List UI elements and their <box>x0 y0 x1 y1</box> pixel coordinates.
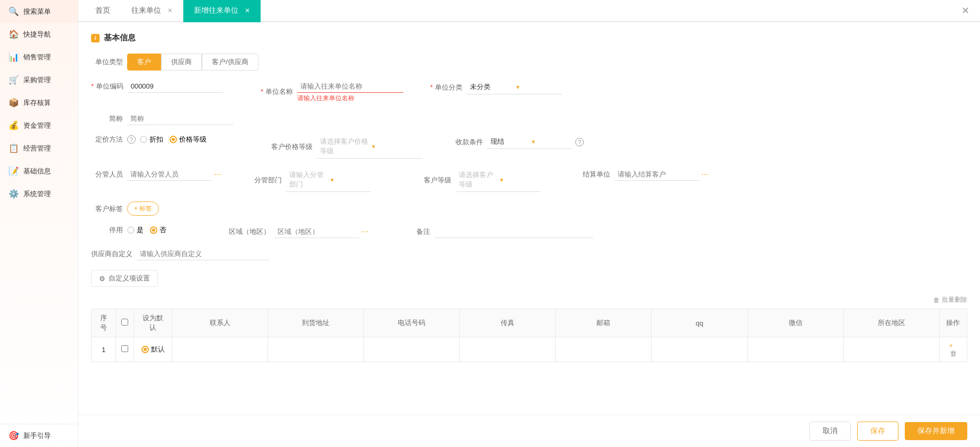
disabled-yes-option[interactable]: 是 <box>127 225 144 235</box>
payment-terms-field: 收款条件 现结 ▼ ? <box>451 135 600 149</box>
save-new-button[interactable]: 保存并新增 <box>905 422 967 440</box>
col-default: 设为默认 <box>134 309 172 337</box>
settlement-unit-input[interactable] <box>614 168 699 181</box>
custom-settings-button[interactable]: ⚙ 自定义项设置 <box>91 270 158 287</box>
section-info-icon: i <box>91 34 100 42</box>
disabled-no-option[interactable]: 否 <box>150 225 166 235</box>
sidebar-item-inventory[interactable]: 📦 库存核算 <box>0 91 78 114</box>
manager-more-button[interactable]: ··· <box>212 170 223 179</box>
row-default-radio-item[interactable]: 默认 <box>139 345 166 354</box>
custom-settings-wrapper: ⚙ 自定义项设置 <box>91 270 967 287</box>
home-icon: 🏠 <box>8 29 19 39</box>
pricing-method-label: 定价方法 <box>91 135 123 144</box>
unit-type-supplier-button[interactable]: 供应商 <box>161 54 202 71</box>
close-contacts-tab-icon[interactable]: ✕ <box>167 7 173 14</box>
row-checkbox[interactable] <box>121 345 128 352</box>
sidebar-item-system[interactable]: ⚙️ 系统管理 <box>0 182 78 205</box>
unit-category-select[interactable]: 未分类 ▼ <box>467 80 562 94</box>
row-contact-input[interactable] <box>177 346 262 354</box>
close-new-contact-tab-icon[interactable]: ✕ <box>245 7 250 14</box>
tab-contacts[interactable]: 往来单位 ✕ <box>121 0 183 22</box>
col-area: 所在地区 <box>843 309 939 337</box>
region-more-button[interactable]: ··· <box>359 227 370 236</box>
row-email-input[interactable] <box>561 346 646 354</box>
remarks-input[interactable] <box>434 225 593 238</box>
region-input[interactable] <box>274 225 359 238</box>
table-toolbar: 🗑 批量删除 <box>91 295 967 304</box>
form-content: i 基本信息 单位类型 客户 供应商 客户/供应商 单位编码 单位名称 <box>78 22 980 415</box>
unit-name-input[interactable] <box>297 80 403 93</box>
short-name-row: 简称 <box>91 112 967 125</box>
payment-terms-select[interactable]: 现结 ▼ <box>487 135 572 149</box>
row-phone-input[interactable] <box>369 346 454 354</box>
sidebar-item-operations[interactable]: 📋 经营管理 <box>0 137 78 160</box>
unit-type-customer-button[interactable]: 客户 <box>127 54 161 71</box>
row-area[interactable] <box>843 337 939 362</box>
sidebar-item-basic[interactable]: 📝 基础信息 <box>0 160 78 182</box>
customer-level-select[interactable]: 请选择客户等级 ▼ <box>456 168 540 192</box>
select-all-checkbox[interactable] <box>121 319 128 326</box>
row-qq-input[interactable] <box>657 346 742 354</box>
pricing-discount-option[interactable]: 折扣 <box>140 135 163 144</box>
row-area-input[interactable] <box>849 346 934 354</box>
pricing-discount-radio <box>140 136 147 143</box>
payment-terms-help-icon[interactable]: ? <box>575 138 584 146</box>
row-default-radio <box>141 346 149 353</box>
row-add-button[interactable]: + <box>949 341 954 349</box>
row-fax-input[interactable] <box>465 346 550 354</box>
manager-row: 分管人员 ··· 分管部门 请输入分管部门 ▼ 客户等级 请选择客户等级 ▼ 结… <box>91 168 967 192</box>
disabled-region-row: 停用 是 否 区域（地区） ··· 备注 <box>91 225 967 238</box>
row-delete-button[interactable]: 🗑 <box>950 349 957 357</box>
sidebar-item-finance[interactable]: 💰 资金管理 <box>0 114 78 137</box>
supplier-custom-input[interactable] <box>137 248 269 260</box>
region-field: 区域（地区） ··· <box>229 225 377 238</box>
unit-code-input[interactable] <box>128 80 223 93</box>
short-name-label: 简称 <box>91 114 123 124</box>
row-wechat-input[interactable] <box>753 346 838 354</box>
short-name-input[interactable] <box>127 112 233 125</box>
pricing-level-option[interactable]: 价格等级 <box>170 135 207 144</box>
gear-icon: ⚙ <box>99 275 105 283</box>
row-fax[interactable] <box>460 337 556 362</box>
contacts-table-section: 🗑 批量删除 序号 设为默认 联系人 到货地址 电话号码 传真 邮箱 qq <box>91 295 967 362</box>
row-contact[interactable] <box>172 337 268 362</box>
table-header: 序号 设为默认 联系人 到货地址 电话号码 传真 邮箱 qq 微信 所在地区 操… <box>92 309 967 337</box>
tab-home[interactable]: 首页 <box>85 0 121 22</box>
contacts-table: 序号 设为默认 联系人 到货地址 电话号码 传真 邮箱 qq 微信 所在地区 操… <box>91 309 967 362</box>
remarks-label: 备注 <box>398 227 430 236</box>
sidebar-item-search[interactable]: 🔍 搜索菜单 <box>0 0 78 23</box>
tab-new-contact[interactable]: 新增往来单位 ✕ <box>183 0 261 22</box>
close-all-tabs-button[interactable]: ✕ <box>957 5 974 16</box>
sidebar-item-sales[interactable]: 📊 销售管理 <box>0 46 78 68</box>
batch-delete-button[interactable]: 🗑 批量删除 <box>933 295 967 304</box>
department-chevron-icon: ▼ <box>329 177 368 183</box>
row-qq[interactable] <box>652 337 747 362</box>
save-button[interactable]: 保存 <box>857 422 898 441</box>
row-email[interactable] <box>556 337 652 362</box>
sidebar-item-quick-nav[interactable]: 🏠 快捷导航 <box>0 23 78 46</box>
row-phone[interactable] <box>364 337 460 362</box>
department-select[interactable]: 请输入分管部门 ▼ <box>286 168 371 192</box>
pricing-help-icon[interactable]: ? <box>127 135 136 144</box>
short-name-field: 简称 <box>91 112 239 125</box>
settlement-unit-more-button[interactable]: ··· <box>699 170 710 179</box>
customer-price-level-select[interactable]: 请选择客户价格等级 ▼ <box>317 135 423 159</box>
unit-type-both-button[interactable]: 客户/供应商 <box>202 54 259 71</box>
add-tag-button[interactable]: + 标签 <box>127 201 159 216</box>
cancel-button[interactable]: 取消 <box>809 422 851 441</box>
unit-category-field: 单位分类 未分类 ▼ <box>430 80 578 94</box>
sidebar-item-purchase[interactable]: 🛒 采购管理 <box>0 68 78 91</box>
customer-tag-label: 客户标签 <box>91 204 123 214</box>
disabled-yes-radio <box>127 226 135 234</box>
manager-input[interactable] <box>127 168 212 181</box>
disabled-no-radio <box>150 226 157 234</box>
row-wechat[interactable] <box>747 337 843 362</box>
sidebar-item-guide[interactable]: 🎯 新手引导 <box>0 424 78 447</box>
row-address-input[interactable] <box>273 346 358 354</box>
guide-icon: 🎯 <box>8 431 19 441</box>
row-seq: 1 <box>92 337 116 362</box>
row-address[interactable] <box>268 337 364 362</box>
unit-name-label: 单位名称 <box>261 87 293 97</box>
unit-type-buttons: 客户 供应商 客户/供应商 <box>127 54 259 71</box>
settlement-unit-field: 结算单位 ··· <box>578 168 727 181</box>
